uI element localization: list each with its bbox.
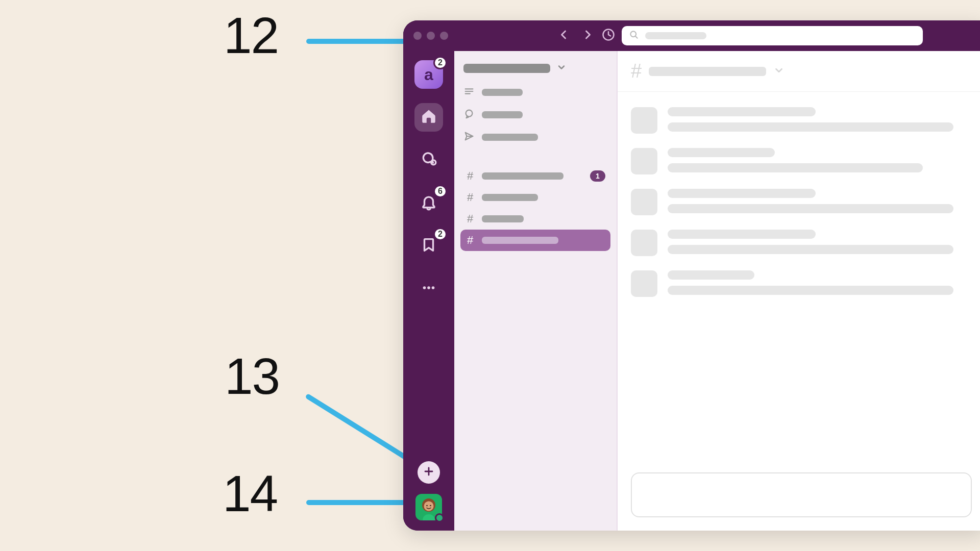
presence-indicator-active [435, 513, 444, 522]
workspace-name-dropdown[interactable] [460, 59, 610, 84]
message-line-skeleton [668, 148, 775, 157]
message-line-skeleton [668, 163, 923, 172]
chevron-down-icon [556, 62, 567, 74]
nav-rail: a 2 6 [403, 51, 454, 531]
nav-back-icon[interactable] [556, 28, 571, 44]
search-icon [629, 30, 639, 42]
callout-label-14: 14 [223, 464, 277, 523]
traffic-light-zoom[interactable] [440, 32, 448, 40]
plus-icon [423, 464, 435, 481]
message-line-skeleton [668, 107, 816, 116]
rail-activity[interactable]: 6 [414, 189, 443, 217]
threads-icon [463, 108, 475, 121]
message-line-skeleton [668, 230, 816, 239]
channel-title-skeleton [649, 67, 766, 76]
sidebar-label-skeleton [482, 111, 523, 118]
search-bar[interactable] [622, 26, 923, 45]
workspace-badge: 2 [433, 56, 447, 69]
channel-name-skeleton [482, 237, 558, 244]
message-avatar [631, 148, 657, 174]
traffic-light-close[interactable] [413, 32, 422, 40]
rail-home[interactable] [414, 103, 443, 132]
message-avatar [631, 230, 657, 256]
unreads-icon [463, 86, 475, 99]
workspace-switcher[interactable]: a 2 [414, 60, 443, 89]
sidebar-label-skeleton [482, 89, 523, 96]
callout-line-13 [305, 393, 413, 464]
activity-badge: 6 [433, 185, 447, 198]
channels-section-header[interactable] [460, 156, 610, 165]
message-line-skeleton [668, 270, 754, 280]
callout-label-13: 13 [225, 347, 279, 406]
bookmark-icon [420, 236, 437, 256]
message-item[interactable] [631, 270, 972, 297]
hash-icon: # [465, 234, 475, 247]
svg-point-5 [427, 286, 430, 289]
main-content: # [618, 51, 980, 531]
workspace-letter: a [424, 65, 433, 84]
svg-point-12 [426, 505, 428, 507]
hash-icon: # [465, 212, 475, 226]
channel-item[interactable]: # [460, 187, 610, 208]
workspace-name-skeleton [463, 64, 550, 73]
message-item[interactable] [631, 230, 972, 256]
sidebar-item-drafts[interactable] [463, 131, 607, 144]
channel-name-skeleton [482, 215, 524, 222]
user-avatar[interactable] [415, 494, 442, 520]
channel-item[interactable]: # [460, 208, 610, 230]
search-placeholder-skeleton [645, 32, 706, 39]
sidebar-item-threads[interactable] [463, 108, 607, 121]
channel-name-skeleton [482, 172, 564, 180]
hash-icon: # [631, 60, 642, 82]
sidebar-label-skeleton [482, 134, 538, 141]
traffic-light-minimize[interactable] [427, 32, 435, 40]
svg-line-2 [635, 36, 638, 38]
message-avatar [631, 107, 657, 134]
callout-line-14 [306, 500, 416, 505]
rail-later[interactable]: 2 [414, 232, 443, 260]
slack-app-window: a 2 6 [403, 20, 980, 531]
message-avatar [631, 270, 657, 297]
message-line-skeleton [668, 245, 953, 254]
message-item[interactable] [631, 189, 972, 215]
channel-item[interactable]: # 1 [460, 165, 610, 187]
channel-item-selected[interactable]: # [460, 230, 610, 251]
svg-point-11 [424, 502, 434, 511]
bell-icon [420, 193, 437, 213]
nav-forward-icon[interactable] [581, 28, 595, 44]
hash-icon: # [465, 169, 475, 183]
channel-header[interactable]: # [618, 51, 980, 92]
rail-more[interactable] [414, 274, 443, 303]
dm-icon [420, 151, 437, 170]
message-line-skeleton [668, 189, 816, 198]
top-toolbar [403, 20, 980, 51]
message-feed [618, 92, 980, 472]
message-composer[interactable] [631, 472, 972, 517]
message-line-skeleton [668, 204, 953, 213]
app-body: a 2 6 [403, 51, 980, 531]
send-icon [463, 131, 475, 144]
rail-dms[interactable] [414, 146, 443, 174]
channel-name-skeleton [482, 194, 538, 201]
callout-label-12: 12 [224, 6, 278, 65]
sidebar-item-unreads[interactable] [463, 86, 607, 99]
message-item[interactable] [631, 107, 972, 134]
home-icon [420, 108, 437, 127]
channel-sidebar: # 1 # # # [454, 51, 618, 531]
svg-point-17 [466, 110, 473, 117]
svg-point-13 [430, 505, 431, 507]
svg-point-6 [432, 286, 435, 289]
message-avatar [631, 189, 657, 215]
more-icon [420, 279, 437, 298]
hash-icon: # [465, 191, 475, 204]
history-nav [556, 28, 595, 44]
create-button[interactable] [418, 461, 440, 484]
later-badge: 2 [433, 228, 447, 241]
chevron-down-icon [773, 65, 785, 78]
message-item[interactable] [631, 148, 972, 174]
history-clock-icon[interactable] [601, 28, 616, 44]
message-line-skeleton [668, 122, 953, 132]
unread-count-badge: 1 [590, 170, 605, 182]
window-traffic-lights[interactable] [413, 32, 448, 40]
message-line-skeleton [668, 286, 953, 295]
